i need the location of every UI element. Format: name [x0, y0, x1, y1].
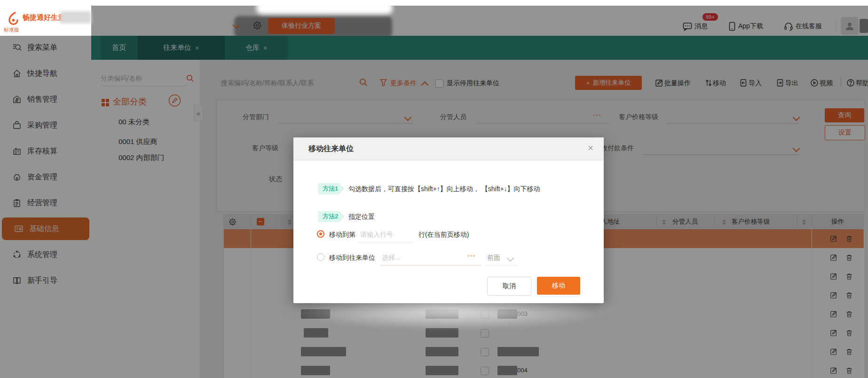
method1-text: 勾选数据后，可直接按【shift+↑】向上移动， 【shift+↓】向下移动 [348, 185, 540, 193]
partner-select-input[interactable]: 选择... [382, 254, 401, 262]
cancel-button[interactable]: 取消 [487, 277, 531, 296]
position-select[interactable]: 前面 [487, 254, 500, 262]
row-number-input[interactable]: 请输入行号 [360, 231, 393, 239]
radio2-label: 移动到往来单位 [329, 254, 375, 262]
modal-title: 移动往来单位 [308, 144, 354, 154]
method1-badge: 方法1 [318, 183, 345, 194]
close-icon[interactable]: × [588, 143, 593, 153]
radio1-label: 移动到第 [329, 231, 355, 239]
brand-redacted [60, 11, 91, 24]
move-partner-modal: 移动往来单位 × 方法1 勾选数据后，可直接按【shift+↑】向上移动， 【s… [293, 137, 604, 303]
redaction-smudge [256, 2, 393, 14]
brand-name: 畅捷通好生意 [23, 13, 65, 22]
edition-badge: 标准版 [4, 26, 19, 33]
method2-text: 指定位置 [348, 213, 375, 221]
position-select-underline [485, 265, 518, 265]
top-strip [0, 0, 868, 6]
modal-header: 移动往来单位 × [293, 137, 604, 161]
app-logo [6, 11, 20, 25]
chevron-down-icon[interactable] [507, 255, 514, 262]
row-number-input-underline [358, 242, 413, 242]
radio-move-to-partner[interactable] [317, 253, 324, 261]
logo-box: 畅捷通好生意 标准版 [0, 6, 91, 36]
method2-badge: 方法2 [318, 211, 345, 222]
partner-select-underline [380, 265, 481, 265]
radio-move-to-row[interactable] [317, 230, 324, 238]
ellipsis-button[interactable]: ••• [467, 253, 476, 258]
confirm-move-button[interactable]: 移动 [537, 277, 580, 295]
radio1-suffix: 行(在当前页移动) [418, 231, 469, 239]
